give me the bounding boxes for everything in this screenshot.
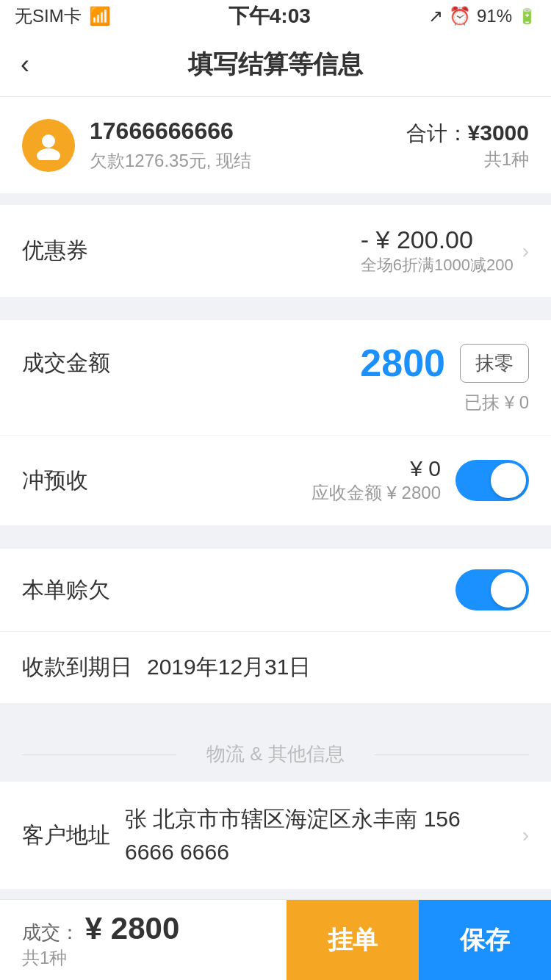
avatar: [22, 119, 75, 172]
address-chevron-icon: ›: [522, 824, 529, 847]
footer: 成交： ¥ 2800 共1种 挂单 保存: [0, 899, 551, 980]
footer-deal-label: 成交：: [22, 921, 79, 943]
section-divider-1: [0, 309, 551, 320]
customer-card: 17666666666 欠款1276.35元, 现结 合计：¥3000 共1种: [0, 97, 551, 193]
debt-label: 本单赊欠: [22, 575, 110, 605]
hold-button[interactable]: 挂单: [287, 900, 419, 981]
address-section[interactable]: 客户地址 张 北京市市辖区海淀区永丰南 156 6666 6666 ›: [0, 782, 551, 889]
page-title: 填写结算等信息: [188, 48, 363, 82]
save-button[interactable]: 保存: [419, 900, 551, 981]
coupon-row[interactable]: 优惠券 - ¥ 200.00 全场6折满1000减200 ›: [0, 205, 551, 297]
svg-point-0: [42, 134, 55, 148]
amount-right: 2800 抹零: [360, 341, 529, 385]
prereceive-toggle[interactable]: [455, 460, 529, 501]
battery-text: 91%: [477, 6, 512, 26]
debt-toggle[interactable]: [455, 569, 529, 610]
total-count: 共1种: [406, 148, 529, 171]
amount-row: 成交金额 2800 抹零: [22, 341, 529, 385]
location-icon: ↗: [428, 6, 443, 26]
alarm-icon: ⏰: [449, 6, 471, 26]
amount-sub: 已抹 ¥ 0: [22, 391, 529, 414]
customer-info: 17666666666 欠款1276.35元, 现结: [90, 118, 251, 173]
section-divider-2: [0, 525, 551, 537]
round-button[interactable]: 抹零: [460, 344, 529, 383]
status-right: ↗ ⏰ 91% 🔋: [428, 6, 536, 26]
footer-count: 共1种: [22, 946, 264, 970]
prereceive-sub: 应收金额 ¥ 2800: [311, 481, 441, 505]
chevron-right-icon: ›: [522, 239, 529, 263]
due-date-section: 收款到期日 2019年12月31日: [0, 631, 551, 703]
amount-label: 成交金额: [22, 348, 110, 378]
due-date-label: 收款到期日: [22, 652, 132, 682]
coupon-info: - ¥ 200.00 全场6折满1000减200: [361, 226, 514, 276]
address-label: 客户地址: [22, 821, 110, 851]
coupon-right: - ¥ 200.00 全场6折满1000减200 ›: [361, 226, 529, 276]
nav-bar: ‹ 填写结算等信息: [0, 32, 551, 97]
status-time: 下午4:03: [228, 2, 311, 30]
battery-icon: 🔋: [518, 7, 536, 25]
status-left: 无SIM卡 📶: [15, 4, 111, 28]
prereceive-right: ¥ 0 应收金额 ¥ 2800: [311, 456, 529, 505]
logistics-divider: [0, 715, 551, 727]
logistics-header-text: 物流 & 其他信息: [206, 743, 345, 765]
total-label-text: 合计：: [406, 122, 468, 145]
debt-section: 本单赊欠: [0, 549, 551, 631]
due-date-value: 2019年12月31日: [147, 652, 311, 682]
prereceive-value: ¥ 0: [311, 456, 441, 481]
back-button[interactable]: ‹: [21, 49, 29, 80]
prereceive-row: 冲预收 ¥ 0 应收金额 ¥ 2800: [22, 456, 529, 505]
total-amount: ¥3000: [468, 120, 529, 145]
amount-value: 2800: [360, 341, 445, 385]
customer-sub: 欠款1276.35元, 现结: [90, 149, 251, 173]
customer-right: 合计：¥3000 共1种: [406, 120, 529, 171]
content: 17666666666 欠款1276.35元, 现结 合计：¥3000 共1种 …: [0, 97, 551, 980]
footer-deal-row: 成交： ¥ 2800: [22, 911, 264, 946]
prereceive-section: 冲预收 ¥ 0 应收金额 ¥ 2800: [0, 435, 551, 525]
svg-point-1: [37, 148, 60, 160]
status-bar: 无SIM卡 📶 下午4:03 ↗ ⏰ 91% 🔋: [0, 0, 551, 32]
wifi-icon: 📶: [89, 6, 111, 26]
coupon-discount: - ¥ 200.00: [361, 226, 514, 254]
coupon-desc: 全场6折满1000减200: [361, 254, 514, 276]
customer-phone: 17666666666: [90, 118, 251, 145]
prereceive-label: 冲预收: [22, 466, 88, 496]
coupon-label: 优惠券: [22, 236, 88, 266]
customer-left: 17666666666 欠款1276.35元, 现结: [22, 118, 251, 173]
address-value: 张 北京市市辖区海淀区永丰南 156 6666 6666: [110, 802, 522, 868]
footer-amount: ¥ 2800: [85, 911, 179, 945]
amount-section: 成交金额 2800 抹零 已抹 ¥ 0: [0, 320, 551, 435]
prereceive-amount-block: ¥ 0 应收金额 ¥ 2800: [311, 456, 441, 505]
logistics-header: 物流 & 其他信息: [0, 727, 551, 782]
total-label: 合计：¥3000: [406, 120, 529, 148]
footer-left: 成交： ¥ 2800 共1种: [0, 911, 287, 970]
carrier-text: 无SIM卡: [15, 4, 82, 28]
